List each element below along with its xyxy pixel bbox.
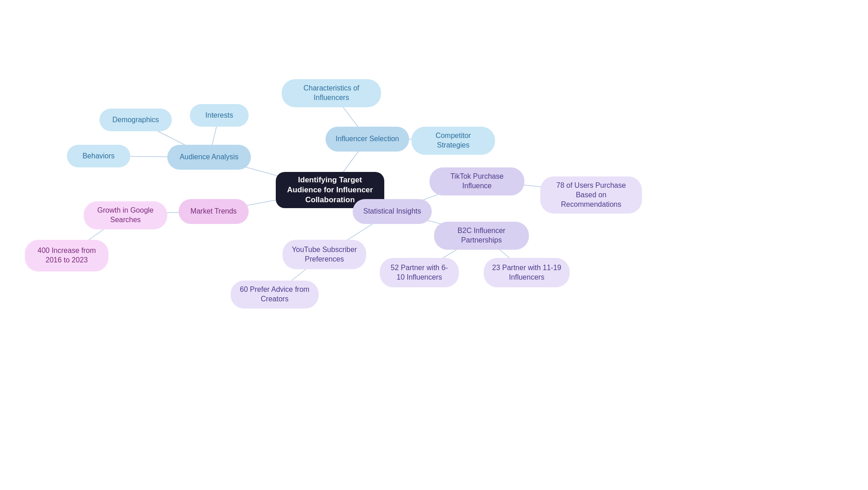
node-characteristics: Characteristics of Influencers xyxy=(282,79,381,107)
node-influencer_selection: Influencer Selection xyxy=(326,127,409,152)
node-interests: Interests xyxy=(190,104,249,127)
node-demographics: Demographics xyxy=(99,109,172,131)
mindmap-container: Identifying Target Audience for Influenc… xyxy=(0,0,868,490)
connections-svg xyxy=(0,0,868,490)
node-growth_google: Growth in Google Searches xyxy=(84,201,167,229)
node-behaviors: Behaviors xyxy=(67,145,130,167)
node-prefer_advice: 60 Prefer Advice from Creators xyxy=(231,281,319,309)
node-four_hundred: 400 Increase from 2016 to 2023 xyxy=(25,240,108,271)
node-audience_analysis: Audience Analysis xyxy=(167,145,251,170)
node-tiktok: TikTok Purchase Influence xyxy=(429,167,524,195)
node-23_partner: 23 Partner with 11-19 Influencers xyxy=(484,258,570,287)
node-statistical_insights: Statistical Insights xyxy=(353,199,432,224)
node-market_trends: Market Trends xyxy=(179,199,249,224)
node-b2c: B2C Influencer Partnerships xyxy=(434,222,529,250)
node-youtube_subscriber: YouTube Subscriber Preferences xyxy=(283,240,366,269)
node-competitor_strategies: Competitor Strategies xyxy=(411,127,495,155)
node-78_users: 78 of Users Purchase Based on Recommenda… xyxy=(540,176,642,214)
node-52_partner: 52 Partner with 6-10 Influencers xyxy=(380,258,459,287)
